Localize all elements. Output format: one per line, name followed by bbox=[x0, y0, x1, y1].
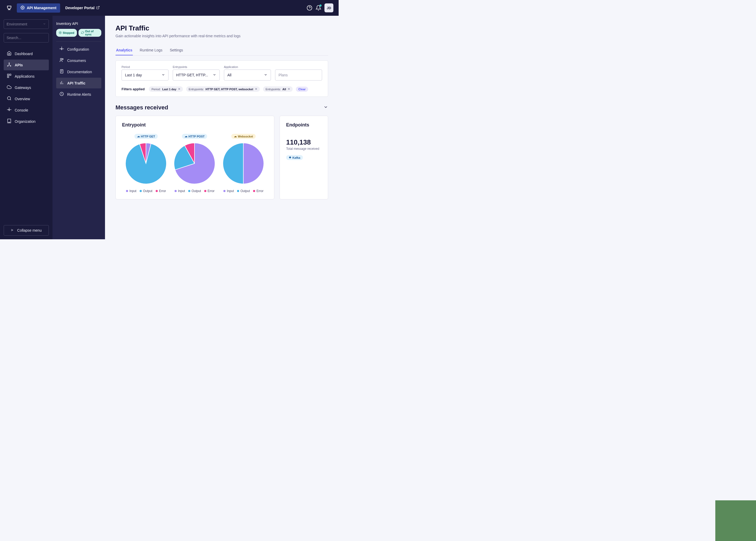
environment-select[interactable]: Environment bbox=[4, 19, 49, 29]
help-button[interactable] bbox=[305, 3, 314, 12]
environment-placeholder: Environment bbox=[7, 22, 27, 26]
chip-close-button[interactable]: ✕ bbox=[288, 87, 290, 91]
subnav-label: Consumers bbox=[67, 59, 86, 63]
svg-point-5 bbox=[10, 66, 11, 66]
status-badge-stopped: Stopped bbox=[56, 29, 77, 37]
product-pill[interactable]: API Management bbox=[17, 3, 60, 13]
filter-label-plans bbox=[275, 65, 322, 69]
filter-select-period[interactable]: Last 1 day bbox=[122, 70, 169, 81]
tab-analytics[interactable]: Analytics bbox=[115, 45, 133, 55]
legend-item-error: Error bbox=[204, 189, 215, 193]
total-messages-value: 110,138 bbox=[286, 138, 322, 146]
pie-chart-block: ☁ HTTP GET Input Output Error bbox=[122, 134, 170, 193]
chip-close-button[interactable]: ✕ bbox=[178, 87, 180, 91]
page-title: API Traffic bbox=[115, 24, 328, 32]
sidebar-item-label: Console bbox=[15, 108, 28, 112]
legend-label: Input bbox=[129, 189, 137, 193]
legend-dot-icon bbox=[253, 190, 255, 192]
svg-rect-7 bbox=[10, 74, 11, 75]
filter-value: All bbox=[227, 73, 232, 77]
chevron-down-icon bbox=[43, 22, 46, 26]
filters-applied-label: Filters applied bbox=[122, 87, 145, 91]
filter-select-entrypoints[interactable]: HTTP GET, HTTP... bbox=[173, 70, 220, 81]
entrypoint-icon: ☁ bbox=[137, 135, 140, 138]
subnav-item-consumers[interactable]: Consumers bbox=[56, 55, 101, 66]
legend-label: Error bbox=[208, 189, 215, 193]
legend-item-input: Input bbox=[126, 189, 137, 193]
logo-icon bbox=[5, 4, 13, 12]
svg-rect-13 bbox=[60, 32, 61, 33]
svg-rect-6 bbox=[7, 74, 9, 75]
legend-label: Output bbox=[240, 189, 250, 193]
filter-input-plans[interactable] bbox=[275, 70, 322, 81]
subnav-label: Runtime Alerts bbox=[67, 92, 91, 97]
svg-point-16 bbox=[62, 59, 64, 60]
subnav-item-documentation[interactable]: Documentation bbox=[56, 66, 101, 77]
messages-received-header[interactable]: Messages received bbox=[115, 104, 328, 111]
sidebar-item-console[interactable]: Console bbox=[4, 105, 49, 116]
filter-select-application[interactable]: All bbox=[224, 70, 271, 81]
chip-value: HTTP GET, HTTP POST, websocket bbox=[206, 88, 253, 91]
subnav-item-configuration[interactable]: Configuration bbox=[56, 44, 101, 55]
sidebar-item-gateways[interactable]: Gateways bbox=[4, 82, 49, 93]
gear-icon bbox=[59, 46, 64, 52]
users-icon bbox=[59, 58, 64, 63]
sidebar-item-label: APIs bbox=[15, 63, 23, 67]
subnav-label: Configuration bbox=[67, 47, 89, 51]
pie-title: HTTP POST bbox=[188, 135, 205, 138]
sidebar-item-apis[interactable]: APIs bbox=[4, 60, 49, 70]
secondary-sidebar: Inventory API Stopped Out of sync Config… bbox=[53, 16, 105, 239]
entrypoint-icon: ☁ bbox=[234, 135, 237, 138]
status-label: Stopped bbox=[63, 31, 74, 34]
sidebar-item-label: Dashboard bbox=[15, 52, 33, 56]
status-label: Out of sync bbox=[85, 30, 99, 36]
legend-dot-icon bbox=[223, 190, 225, 192]
cloud-icon bbox=[7, 85, 12, 90]
tab-runtime-logs[interactable]: Runtime Logs bbox=[139, 45, 163, 55]
svg-point-3 bbox=[9, 63, 10, 64]
chip-value: All bbox=[282, 88, 286, 91]
entrypoint-icon: ☁ bbox=[185, 135, 187, 138]
filter-label-application: Application bbox=[224, 65, 271, 69]
legend-dot-icon bbox=[175, 190, 177, 192]
legend-dot-icon bbox=[126, 190, 128, 192]
avatar[interactable]: JD bbox=[324, 3, 333, 12]
filter-value: Last 1 day bbox=[125, 73, 142, 77]
legend-dot-icon bbox=[237, 190, 239, 192]
collapse-menu-button[interactable]: Collapse menu bbox=[4, 225, 49, 236]
legend-item-output: Output bbox=[188, 189, 201, 193]
primary-sidebar: Environment Dashboard APIs Applications bbox=[0, 16, 53, 239]
sidebar-item-label: Applications bbox=[15, 74, 35, 78]
legend-item-output: Output bbox=[237, 189, 250, 193]
chip-key: Entrypoints: bbox=[189, 88, 204, 91]
legend-dot-icon bbox=[188, 190, 190, 192]
chip-close-button[interactable]: ✕ bbox=[255, 87, 257, 91]
legend-dot-icon bbox=[156, 190, 158, 192]
kafka-badge: ❖ Kafka bbox=[286, 155, 303, 160]
svg-point-0 bbox=[22, 7, 23, 8]
developer-portal-link[interactable]: Developer Portal bbox=[65, 6, 100, 10]
legend-label: Output bbox=[192, 189, 201, 193]
legend-label: Error bbox=[256, 189, 264, 193]
tab-settings[interactable]: Settings bbox=[169, 45, 184, 55]
notifications-button[interactable] bbox=[314, 3, 323, 12]
stop-icon bbox=[59, 31, 62, 35]
search-input-wrapper[interactable] bbox=[4, 33, 49, 43]
page-subtitle: Gain actionable insights into API perfor… bbox=[115, 34, 328, 38]
pie-title-badge: ☁ HTTP GET bbox=[134, 134, 158, 139]
sidebar-item-applications[interactable]: Applications bbox=[4, 71, 49, 82]
sidebar-item-label: Overview bbox=[15, 97, 30, 101]
sidebar-item-dashboard[interactable]: Dashboard bbox=[4, 48, 49, 59]
endpoints-card: Endpoints 110,138 Total message received… bbox=[280, 116, 328, 200]
sidebar-item-organization[interactable]: Organization bbox=[4, 116, 49, 127]
sidebar-item-overview[interactable]: Overview bbox=[4, 93, 49, 104]
svg-point-12 bbox=[59, 31, 61, 34]
notification-dot-icon bbox=[319, 4, 322, 7]
clear-filters-button[interactable]: Clear bbox=[296, 87, 308, 92]
external-link-icon bbox=[96, 6, 100, 10]
subnav-item-runtime-alerts[interactable]: Runtime Alerts bbox=[56, 89, 101, 100]
subnav-item-api-traffic[interactable]: API Traffic bbox=[56, 78, 101, 88]
search-input[interactable] bbox=[7, 36, 53, 40]
legend: Input Output Error bbox=[170, 189, 219, 193]
subnav-label: API Traffic bbox=[67, 81, 85, 85]
